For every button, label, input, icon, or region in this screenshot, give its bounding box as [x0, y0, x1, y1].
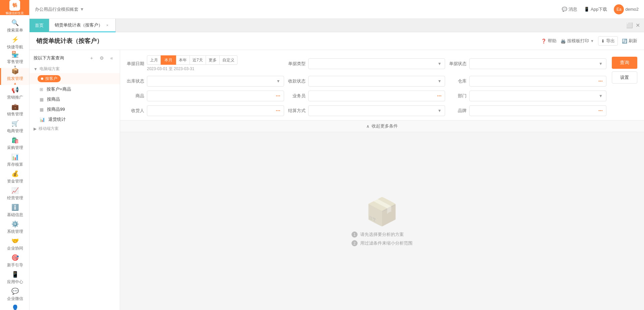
order-type-dropdown[interactable]: ▼ — [308, 58, 445, 69]
close-window-icon[interactable]: ✕ — [636, 22, 640, 29]
date-btn-7days[interactable]: 近7天 — [190, 55, 206, 65]
collapse-filter-button[interactable]: ∧ 收起更多条件 — [120, 120, 644, 132]
empty-tip-1: 1 请先选择要分析的方案 — [352, 231, 413, 238]
date-btn-more[interactable]: 更多 — [206, 55, 220, 65]
order-status-cell: 单据状态 ▼ — [449, 58, 606, 69]
print-button[interactable]: 🖨️ 按模板打印 ▼ — [560, 38, 594, 44]
sidebar-item-wechat[interactable]: 💬 企业微信 — [0, 286, 30, 303]
ship-status-label: 出库状态 — [127, 78, 147, 84]
tree-item-return-stats[interactable]: 📊 退货统计 — [30, 114, 120, 124]
lightning-icon: ⚡ — [11, 36, 19, 43]
export-button[interactable]: ⬇ 导出 — [598, 36, 618, 46]
order-status-dropdown[interactable]: ▼ — [469, 58, 606, 69]
recipient-label: 收货人 — [127, 108, 147, 114]
add-scheme-button[interactable]: + — [88, 54, 96, 62]
header-right: 💬 消息 📱 App下载 Ea demo2 — [562, 4, 639, 14]
staff-input[interactable]: ··· — [308, 91, 445, 101]
tree-item-by-customer[interactable]: 按客户 — [30, 73, 120, 84]
operations-icon: 📈 — [11, 187, 19, 194]
settings-button[interactable]: 设置 — [612, 71, 637, 84]
tab-sales-stats[interactable]: 销货单统计表（按客户） × — [49, 19, 116, 32]
panel-title: 按以下方案查询 — [34, 55, 64, 61]
member-icon: 👤 — [11, 304, 19, 310]
recipient-input[interactable]: ··· — [147, 105, 284, 116]
tree-section-mobile: ▶ 移动端方案 — [30, 124, 120, 133]
message-button[interactable]: 💬 消息 — [562, 6, 577, 12]
department-dropdown[interactable]: ▼ — [469, 91, 606, 101]
sidebar-item-sales[interactable]: 💼 销售管理 — [0, 102, 30, 118]
action-buttons: 查询 设置 — [612, 55, 637, 84]
help-button[interactable]: ❓ 帮助 — [541, 38, 556, 44]
export-icon: ⬇ — [601, 39, 605, 44]
marketing-icon: 📢 — [11, 86, 19, 94]
right-panel: 单据日期 上月 本月 本年 近7天 更多 自定义 — [120, 50, 644, 310]
brand-input[interactable]: ··· — [469, 105, 606, 116]
warehouse-label: 仓库 — [449, 78, 469, 84]
user-profile[interactable]: Ea demo2 — [614, 4, 639, 14]
date-btn-this-month[interactable]: 本月 — [161, 55, 176, 65]
date-btn-last-month[interactable]: 上月 — [147, 55, 161, 65]
filter-row-1: 单据日期 上月 本月 本年 近7天 更多 自定义 — [127, 55, 606, 72]
date-btn-custom[interactable]: 自定义 — [220, 55, 237, 65]
product-input[interactable]: ··· — [147, 91, 284, 101]
sidebar-item-marketing[interactable]: 📢 营销推广 — [0, 85, 30, 102]
sidebar-item-ecommerce[interactable]: 🛒 电商管理 — [0, 118, 30, 135]
grid-icon: ⊞ — [40, 87, 43, 92]
sidebar-item-operations[interactable]: 📈 经营管理 — [0, 186, 30, 202]
newbie-icon: 🎯 — [11, 254, 19, 261]
order-status-label: 单据状态 — [449, 61, 469, 67]
department-cell: 部门 ▼ — [449, 91, 606, 101]
sidebar-item-purchase[interactable]: 🛍️ 采购管理 — [0, 135, 30, 152]
department-label: 部门 — [449, 93, 469, 99]
sidebar-item-wholesale[interactable]: 📦 批发管理 ▲ — [0, 68, 30, 85]
sidebar-item-appstore[interactable]: 📱 应用中心 — [0, 269, 30, 286]
scheme-settings-icon[interactable]: ⚙ — [98, 54, 106, 62]
sidebar-item-system[interactable]: ⚙️ 系统管理 — [0, 219, 30, 236]
tree-item-customer-product[interactable]: ⊞ 按客户+商品 — [30, 84, 120, 94]
tree-item-by-product[interactable]: ▦ 按商品 — [30, 94, 120, 104]
settlement-dropdown[interactable]: ▼ — [308, 105, 445, 116]
date-btn-this-year[interactable]: 本年 — [176, 55, 190, 65]
filter-fields: 单据日期 上月 本月 本年 近7天 更多 自定义 — [127, 55, 606, 116]
warehouse-input[interactable]: ··· — [469, 76, 606, 87]
refresh-button[interactable]: 🔄 刷新 — [622, 38, 637, 44]
sidebar-item-newbie[interactable]: 🎯 新手引导 — [0, 253, 30, 269]
company-name: 办公用品行业模拟账套 — [35, 6, 78, 12]
query-button[interactable]: 查询 — [612, 57, 637, 69]
tree-section-pc: ▼ 电脑端方案 — [30, 65, 120, 73]
left-panel: 按以下方案查询 + ⚙ « ▼ 电脑端方案 按客户 — [30, 50, 120, 310]
sidebar-item-finance[interactable]: 💰 资金管理 — [0, 169, 30, 186]
panel-header: 按以下方案查询 + ⚙ « — [30, 54, 120, 65]
sidebar-item-shortcuts[interactable]: ⚡ 快捷导航 — [0, 35, 30, 51]
tree-expand-icon: ▼ — [34, 67, 38, 71]
company-dropdown[interactable]: 办公用品行业模拟账套 ▼ — [35, 6, 84, 12]
sidebar-item-member[interactable]: 👤 畅会员 — [0, 303, 30, 310]
tab-close-button[interactable]: × — [105, 22, 110, 28]
sidebar-item-inventory[interactable]: 📊 库存核算 — [0, 152, 30, 169]
sidebar-item-retail[interactable]: 🏪 零售管理 ▼ — [0, 51, 30, 68]
tab-bar-actions: ⬜ ✕ — [622, 22, 644, 29]
settlement-label: 结算方式 — [288, 108, 308, 114]
sidebar-item-basic[interactable]: ℹ️ 基础信息 — [0, 202, 30, 219]
tab-home[interactable]: 首页 — [30, 19, 49, 32]
page-content: 销货单统计表（按客户） ❓ 帮助 🖨️ 按模板打印 ▼ ⬇ 导出 🔄 刷新 — [30, 32, 644, 310]
avatar: Ea — [614, 4, 624, 14]
collapse-panel-icon[interactable]: « — [108, 54, 116, 62]
date-label: 单据日期 — [127, 61, 147, 67]
tree-item-product99[interactable]: ▦ 按商品99 — [30, 104, 120, 114]
sidebar-item-enterprise[interactable]: 🤝 企业协同 — [0, 236, 30, 253]
maximize-icon[interactable]: ⬜ — [626, 22, 633, 29]
bar-chart-icon: 📊 — [40, 117, 45, 122]
payment-status-dropdown[interactable]: ▼ — [308, 76, 445, 87]
app-download-button[interactable]: 📱 App下载 — [584, 6, 607, 12]
appstore-icon: 📱 — [11, 271, 19, 278]
recipient-cell: 收货人 ··· — [127, 105, 284, 116]
logo[interactable]: 畅 畅捷信好生意 — [0, 0, 30, 15]
inventory-icon: 📊 — [11, 153, 19, 161]
ship-status-dropdown[interactable]: ▼ — [147, 76, 284, 87]
sidebar-item-search[interactable]: 🔍 搜索菜单 — [0, 18, 30, 35]
tree-section-label: 电脑端方案 — [40, 66, 60, 72]
payment-status-cell: 收款状态 ▼ — [288, 76, 445, 87]
page-title: 销货单统计表（按客户） — [36, 37, 103, 45]
brand-cell: 品牌 ··· — [449, 105, 606, 116]
